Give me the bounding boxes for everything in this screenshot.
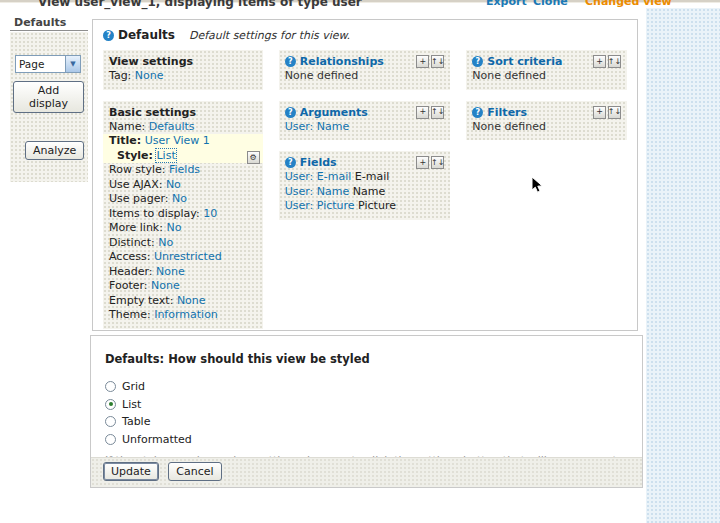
section-view-settings: View settings Tag: None: [103, 50, 263, 90]
page-header: View user_view_1, displaying items of ty…: [0, 0, 720, 11]
form-actions-bar: Update Cancel: [91, 457, 642, 487]
add-icon[interactable]: +: [416, 106, 429, 119]
argument-item-link[interactable]: User: Name: [285, 120, 350, 133]
filters-title[interactable]: Filters: [487, 106, 527, 119]
chevron-down-icon: ▼: [65, 56, 80, 72]
page-margin: [646, 8, 720, 523]
help-icon[interactable]: ?: [285, 56, 296, 67]
setting-row-pager: Use pager: No: [109, 192, 257, 207]
views-edit-screen: View user_view_1, displaying items of ty…: [0, 0, 720, 523]
radio-grid[interactable]: [105, 381, 116, 392]
section-filters: ? Filters + ↑↓ None defined: [466, 101, 627, 141]
basic-settings-title: Basic settings: [109, 106, 196, 119]
setting-row-rowstyle: Row style: Fields: [109, 163, 257, 178]
setting-row-theme: Theme: Information: [109, 308, 257, 323]
setting-row-access: Access: Unrestricted: [109, 250, 257, 265]
display-type-select-value: Page: [16, 56, 65, 72]
add-icon[interactable]: +: [416, 156, 429, 169]
section-basic-settings: Basic settings Name: Defaults Title: Use…: [103, 101, 263, 329]
help-icon[interactable]: ?: [472, 56, 483, 67]
relationships-title[interactable]: Relationships: [300, 55, 384, 68]
setting-row-header: Header: None: [109, 265, 257, 280]
setting-row-ajax: Use AJAX: No: [109, 178, 257, 193]
tag-value-link[interactable]: None: [135, 69, 164, 82]
radio-table[interactable]: [105, 416, 116, 427]
add-icon[interactable]: +: [593, 55, 606, 68]
setting-row-distinct: Distinct: No: [109, 236, 257, 251]
rearrange-icon[interactable]: ↑↓: [431, 156, 444, 169]
setting-row-items: Items to display: 10: [109, 207, 257, 222]
arguments-title[interactable]: Arguments: [300, 106, 368, 119]
setting-row-style: Style: List: [109, 149, 257, 164]
rearrange-icon[interactable]: ↑↓: [431, 106, 444, 119]
mouse-cursor: [531, 176, 544, 198]
display-type-select[interactable]: Page ▼: [15, 55, 81, 73]
fields-title[interactable]: Fields: [300, 156, 337, 169]
help-icon[interactable]: ?: [285, 107, 296, 118]
tab-defaults[interactable]: Defaults: [10, 14, 88, 31]
style-option-grid[interactable]: Grid: [105, 378, 628, 396]
help-icon[interactable]: ?: [103, 30, 114, 41]
section-sort-criteria: ? Sort criteria + ↑↓ None defined: [466, 50, 627, 90]
field-row: User: Name Name: [285, 185, 445, 200]
setting-row-footer: Footer: None: [109, 279, 257, 294]
rearrange-icon[interactable]: ↑↓: [431, 55, 444, 68]
style-option-unformatted[interactable]: Unformatted: [105, 431, 628, 449]
radio-unformatted[interactable]: [105, 434, 116, 445]
add-display-button[interactable]: Add display: [13, 81, 84, 113]
clone-link[interactable]: Clone: [533, 0, 568, 8]
field-row: User: E-mail E-mail: [285, 170, 445, 185]
setting-row-name: Name: Defaults: [109, 120, 257, 135]
field-row: User: Picture Picture: [285, 199, 445, 214]
add-icon[interactable]: +: [593, 106, 606, 119]
tag-label: Tag:: [109, 69, 131, 82]
section-relationships: ? Relationships + ↑↓ None defined: [279, 50, 451, 90]
setting-row-morelink: More link: No: [109, 221, 257, 236]
view-settings-title: View settings: [109, 55, 193, 68]
help-icon[interactable]: ?: [285, 157, 296, 168]
setting-row-title: Title: User View 1: [109, 134, 257, 149]
filters-empty: None defined: [472, 120, 621, 135]
panel-subtitle: Default settings for this view.: [189, 29, 350, 42]
style-form-heading: Defaults: How should this view be styled: [91, 336, 642, 366]
changed-view-link[interactable]: Changed view: [585, 0, 672, 8]
sort-criteria-empty: None defined: [472, 69, 621, 84]
section-fields: ? Fields + ↑↓ User: E-mail E-mail User: …: [279, 151, 451, 220]
style-option-table[interactable]: Table: [105, 413, 628, 431]
export-link[interactable]: Export: [486, 0, 527, 8]
style-settings-form: Defaults: How should this view be styled…: [90, 335, 643, 488]
gear-icon[interactable]: ⚙: [247, 151, 260, 164]
rearrange-icon[interactable]: ↑↓: [608, 106, 621, 119]
section-arguments: ? Arguments + ↑↓ User: Name: [279, 101, 451, 141]
view-title: View user_view_1, displaying items of ty…: [38, 0, 362, 9]
radio-list[interactable]: [105, 399, 116, 410]
analyze-button[interactable]: Analyze: [25, 141, 84, 160]
update-button[interactable]: Update: [103, 462, 159, 481]
add-icon[interactable]: +: [416, 55, 429, 68]
help-icon[interactable]: ?: [472, 107, 483, 118]
style-option-list[interactable]: List: [105, 396, 628, 414]
cancel-button[interactable]: Cancel: [168, 462, 221, 481]
sort-criteria-title[interactable]: Sort criteria: [487, 55, 562, 68]
style-options: Grid List Table Unformatted: [91, 366, 642, 448]
rearrange-icon[interactable]: ↑↓: [608, 55, 621, 68]
setting-row-emptytext: Empty text: None: [109, 294, 257, 309]
display-sidebar: Page ▼ Add display Analyze: [10, 32, 88, 182]
relationships-empty: None defined: [285, 69, 445, 84]
display-summary-panel: ? Defaults Default settings for this vie…: [92, 19, 638, 331]
panel-title: Defaults: [118, 28, 175, 42]
highlighted-settings-block: Title: User View 1 Style: List ⚙: [103, 134, 263, 163]
panel-header: ? Defaults Default settings for this vie…: [103, 27, 627, 43]
